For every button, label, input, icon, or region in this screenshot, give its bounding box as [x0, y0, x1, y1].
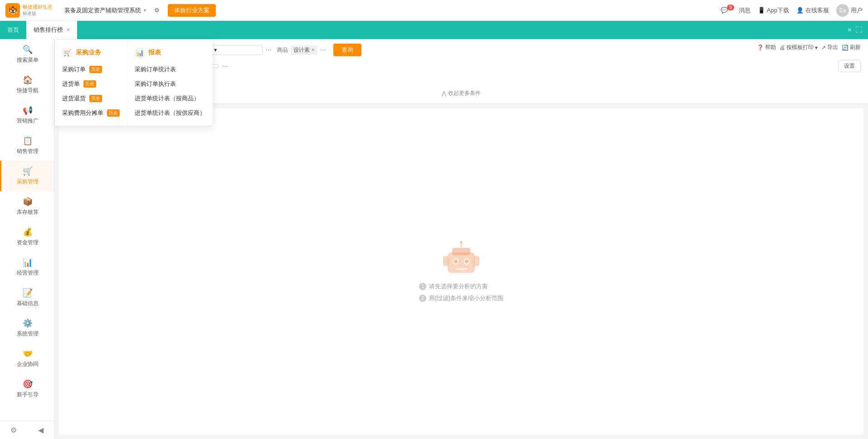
- goods-tag-remove[interactable]: ×: [312, 47, 315, 53]
- app-download-action[interactable]: 📱 App下载: [758, 6, 789, 15]
- bill-status-select[interactable]: ▾: [208, 45, 263, 55]
- corp-icon: 🤝: [23, 349, 33, 359]
- sidebar-item-marketing[interactable]: 📢 营销推广: [0, 100, 54, 130]
- sidebar-item-purchase[interactable]: 🛒 采购管理: [0, 161, 54, 191]
- logo-text: 畅捷通好生意: [23, 4, 53, 10]
- empty-state: 1 请先选择要分析的方案 2 用[过滤]条件来缩小分析范围: [59, 109, 863, 434]
- tab-close-all-icon[interactable]: ×: [848, 26, 852, 34]
- history-badge-0: 历史: [89, 66, 102, 73]
- fund-icon: 💰: [23, 227, 33, 237]
- marketing-icon: 📢: [23, 105, 33, 115]
- tab-home[interactable]: 首页: [0, 21, 26, 39]
- purchase-col-header: 🛒 采购业务: [55, 45, 127, 62]
- goods-tag: 设计素 ×: [291, 45, 317, 55]
- trial-button[interactable]: 体验行业方案: [168, 4, 216, 17]
- app-icon: 📱: [758, 7, 765, 14]
- goods-label: 商品: [277, 46, 288, 54]
- goods-more[interactable]: ···: [320, 46, 326, 54]
- sidebar-settings-button[interactable]: ⚙: [10, 426, 17, 434]
- purchase-icon: 🛒: [23, 166, 33, 176]
- print-button[interactable]: 🖨 按模板打印 ▾: [780, 44, 818, 51]
- sidebar-item-quick-nav[interactable]: 🏠 快捷导航: [0, 69, 54, 100]
- tab-close-icon[interactable]: ×: [67, 27, 70, 33]
- menu-item-incoming-stat-supplier[interactable]: 进货单统计表（按供应商）: [127, 106, 213, 120]
- sidebar-item-inventory[interactable]: 📦 库存核算: [0, 191, 54, 222]
- menu-item-purchase-order-stat[interactable]: 采购订单统计表: [127, 62, 213, 77]
- system-title-arrow: ▾: [144, 8, 146, 13]
- sidebar-item-search[interactable]: 🔍 搜索菜单: [0, 39, 54, 69]
- top-header: 🐯 畅捷通好生意 标准版 装备及固定资产辅助管理系统 ▾ ⚙ 体验行业方案 💬 …: [0, 0, 868, 21]
- print-icon: 🖨: [780, 44, 785, 51]
- basic-icon: 📝: [23, 288, 33, 298]
- operations-icon: 📊: [23, 257, 33, 267]
- sidebar-item-system[interactable]: ⚙️ 系统管理: [0, 313, 54, 343]
- svg-rect-7: [443, 256, 449, 266]
- avatar: Ea: [836, 4, 849, 17]
- help-button[interactable]: ❓ 帮助: [757, 44, 776, 51]
- export-icon: ↗: [821, 44, 826, 51]
- tab-bar-actions: × ⛶: [848, 26, 868, 34]
- empty-hint-2: 2 用[过滤]条件来缩小分析范围: [419, 292, 503, 304]
- svg-point-10: [460, 241, 463, 244]
- menu-item-incoming[interactable]: 进货单 历史: [55, 77, 127, 91]
- bill-status-arrow: ▾: [214, 47, 217, 53]
- tab-bar: 首页 销售排行榜 × × ⛶: [0, 21, 868, 39]
- empty-hints: 1 请先选择要分析的方案 2 用[过滤]条件来缩小分析范围: [419, 281, 503, 304]
- history-badge-1: 历史: [83, 80, 96, 88]
- user-action[interactable]: Ea 用户: [836, 4, 863, 17]
- history-badge-2: 历史: [89, 95, 102, 102]
- sidebar-item-operations[interactable]: 📊 经营管理: [0, 252, 54, 282]
- menu-item-purchase-order-exec[interactable]: 采购订单执行表: [127, 77, 213, 91]
- message-badge: 9: [727, 5, 734, 10]
- sidebar-collapse-button[interactable]: ◀: [38, 426, 44, 434]
- tab-sales-rank[interactable]: 销售排行榜 ×: [26, 21, 77, 39]
- refresh-icon: 🔄: [842, 44, 848, 51]
- bill-status-more[interactable]: ···: [265, 46, 271, 54]
- menu-item-purchase-order[interactable]: 采购订单 历史: [55, 62, 127, 77]
- sidebar-item-corp[interactable]: 🤝 企业协同: [0, 343, 54, 374]
- report-col-header: 📊 报表: [127, 45, 213, 62]
- menu-item-expense[interactable]: 采购费用分摊单 历史: [55, 106, 127, 120]
- guide-icon: 🎯: [23, 379, 33, 389]
- home-icon: 🏠: [23, 75, 33, 85]
- collapse-icon: ⋀: [442, 90, 446, 97]
- empty-robot-svg: [439, 239, 484, 280]
- service-icon: 👤: [796, 7, 804, 14]
- search-icon: 🔍: [23, 44, 33, 54]
- svg-rect-1: [452, 248, 470, 255]
- refresh-button[interactable]: 🔄 刷新: [842, 44, 861, 51]
- logo-badge: 标准版: [23, 10, 53, 17]
- sidebar-bottom: ⚙ ◀: [0, 421, 54, 439]
- empty-icon: [439, 239, 484, 275]
- sidebar-item-guide[interactable]: 🎯 新手引导: [0, 374, 54, 404]
- sidebar-item-basic[interactable]: 📝 基础信息: [0, 282, 54, 313]
- setup-button[interactable]: 设置: [838, 60, 861, 72]
- sidebar-item-fund[interactable]: 💰 资金管理: [0, 222, 54, 252]
- logo-icon: 🐯: [5, 3, 20, 18]
- logo-area: 🐯 畅捷通好生意 标准版: [5, 3, 60, 18]
- empty-hint-1: 1 请先选择要分析的方案: [419, 281, 503, 292]
- help-icon: ❓: [757, 44, 764, 51]
- inventory-icon: 📦: [23, 197, 33, 207]
- system-title[interactable]: 装备及固定资产辅助管理系统 ▾: [64, 6, 146, 15]
- sidebar: 🔍 搜索菜单 🏠 快捷导航 📢 营销推广 📋 销售管理 🛒 采购管理 📦 库存核…: [0, 39, 54, 439]
- menu-item-return[interactable]: 进货退货 历史: [55, 91, 127, 106]
- svg-rect-6: [455, 268, 467, 270]
- system-icon: ⚙️: [23, 318, 33, 328]
- sales-icon: 📋: [23, 136, 33, 146]
- query-button[interactable]: 查询: [333, 44, 361, 56]
- export-button[interactable]: ↗ 导出: [821, 44, 838, 51]
- goods-group: 商品 设计素 × ···: [277, 45, 326, 55]
- history-badge-3: 历史: [107, 109, 120, 117]
- online-service-action[interactable]: 👤 在线客服: [796, 6, 829, 15]
- tab-resize-icon[interactable]: ⛶: [855, 26, 863, 34]
- collapse-button[interactable]: ⋀ 收起更多条件: [442, 89, 481, 97]
- settings-button[interactable]: ⚙: [151, 4, 163, 17]
- message-action[interactable]: 💬 9 消息: [721, 6, 751, 15]
- menu-item-incoming-stat-goods[interactable]: 进货单统计表（按商品）: [127, 91, 213, 106]
- svg-point-4: [454, 260, 458, 263]
- salesman-more[interactable]: ···: [222, 62, 228, 70]
- sidebar-item-sales[interactable]: 📋 销售管理: [0, 130, 54, 161]
- header-right: 💬 9 消息 📱 App下载 👤 在线客服 Ea 用户: [721, 4, 863, 17]
- svg-point-5: [465, 260, 468, 263]
